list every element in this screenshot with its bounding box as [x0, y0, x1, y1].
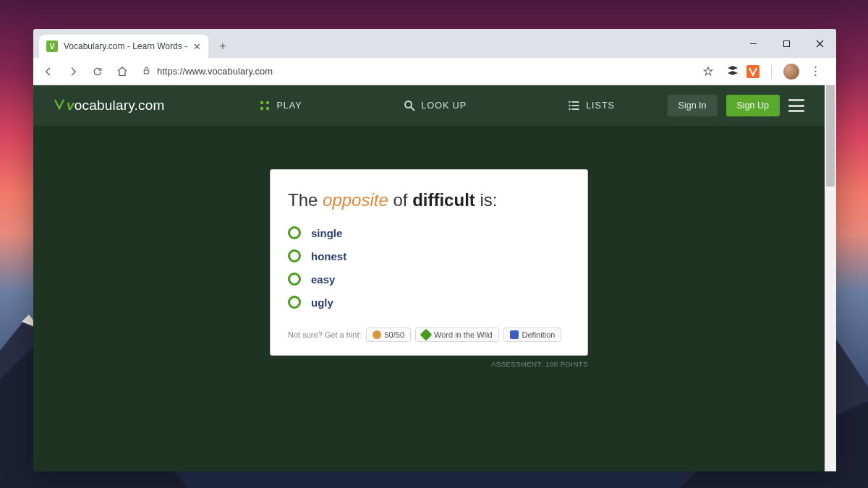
nav-play[interactable]: PLAY [259, 100, 302, 111]
option-label: single [311, 227, 342, 239]
radio-icon [288, 273, 301, 286]
tab-title: Vocabulary.com - Learn Words - [64, 41, 187, 51]
quiz-question: The opposite of difficult is: [288, 190, 570, 210]
tab-close-icon[interactable]: ✕ [193, 41, 201, 52]
svg-rect-9 [783, 40, 789, 46]
quiz-option[interactable]: single [288, 226, 570, 239]
favicon-icon: V [46, 40, 58, 52]
extension-buffer-icon[interactable] [726, 65, 739, 78]
option-label: honest [311, 250, 346, 262]
lock-icon [142, 66, 151, 77]
new-tab-button[interactable]: + [213, 36, 233, 56]
scrollbar[interactable] [825, 85, 836, 471]
viewport: vocabulary.com PLAY LOOK UP LISTS [33, 85, 836, 471]
quiz-option[interactable]: easy [288, 273, 570, 286]
nav-lists[interactable]: LISTS [568, 100, 615, 111]
svg-point-13 [260, 101, 263, 104]
svg-line-18 [411, 107, 414, 111]
assessment-label: ASSESSMENT: 100 POINTS [270, 360, 588, 368]
option-label: easy [311, 273, 335, 286]
window-close-button[interactable] [803, 29, 836, 58]
nav-lookup[interactable]: LOOK UP [404, 100, 467, 111]
quiz-option[interactable]: ugly [288, 296, 570, 309]
nav-reload-button[interactable] [87, 61, 109, 82]
profile-avatar[interactable] [783, 64, 799, 80]
browser-titlebar: V Vocabulary.com - Learn Words - ✕ + [33, 29, 836, 58]
wild-icon [420, 329, 433, 341]
address-bar[interactable]: https://www.vocabulary.com [136, 66, 694, 77]
radio-icon [288, 226, 301, 239]
hint-wild-button[interactable]: Word in the Wild [415, 328, 499, 342]
browser-menu-button[interactable]: ⋮ [807, 70, 825, 73]
search-icon [404, 100, 415, 111]
nav-home-button[interactable] [111, 61, 133, 82]
svg-point-15 [260, 107, 263, 110]
logo-mark-icon [54, 98, 65, 110]
hint-prompt: Not sure? Get a hint: [288, 330, 362, 339]
svg-rect-24 [572, 108, 579, 110]
hint-5050-button[interactable]: 50/50 [366, 328, 412, 342]
list-icon [568, 100, 579, 111]
radio-icon [288, 296, 301, 309]
hint-definition-button[interactable]: Definition [503, 328, 562, 342]
svg-point-21 [569, 105, 571, 107]
svg-point-14 [265, 101, 268, 104]
nav-play-label: PLAY [277, 100, 302, 111]
quiz-card: The opposite of difficult is: single hon… [270, 169, 588, 356]
site-logo[interactable]: vocabulary.com [54, 98, 165, 114]
svg-rect-22 [572, 105, 579, 106]
url-text: https://www.vocabulary.com [157, 66, 273, 77]
browser-tab[interactable]: V Vocabulary.com - Learn Words - ✕ [39, 35, 208, 58]
svg-rect-12 [144, 69, 149, 73]
extension-orange-icon[interactable] [746, 65, 760, 78]
nav-forward-button[interactable] [62, 61, 84, 82]
signup-button[interactable]: Sign Up [726, 95, 780, 116]
quiz-option[interactable]: honest [288, 249, 570, 262]
extension-separator [771, 64, 772, 79]
svg-point-23 [569, 108, 571, 111]
definition-icon [510, 330, 519, 339]
window-minimize-button[interactable] [736, 29, 770, 58]
fiftyfifty-icon [373, 330, 381, 339]
signin-button[interactable]: Sign In [668, 95, 718, 116]
svg-point-16 [265, 107, 268, 110]
nav-lookup-label: LOOK UP [422, 100, 467, 111]
svg-point-17 [405, 101, 412, 108]
hamburger-menu-icon[interactable] [788, 99, 804, 112]
scrollbar-thumb[interactable] [826, 85, 835, 187]
browser-toolbar: https://www.vocabulary.com ⋮ [33, 58, 836, 85]
play-icon [259, 100, 271, 111]
svg-rect-20 [572, 101, 579, 103]
option-label: ugly [311, 296, 333, 309]
site-header: vocabulary.com PLAY LOOK UP LISTS [33, 85, 825, 126]
radio-icon [288, 249, 301, 262]
window-maximize-button[interactable] [770, 29, 803, 58]
browser-window: V Vocabulary.com - Learn Words - ✕ + [33, 29, 836, 471]
nav-lists-label: LISTS [586, 100, 615, 111]
nav-back-button[interactable] [38, 61, 59, 82]
svg-point-19 [569, 101, 571, 103]
bookmark-star-icon[interactable] [697, 61, 719, 82]
